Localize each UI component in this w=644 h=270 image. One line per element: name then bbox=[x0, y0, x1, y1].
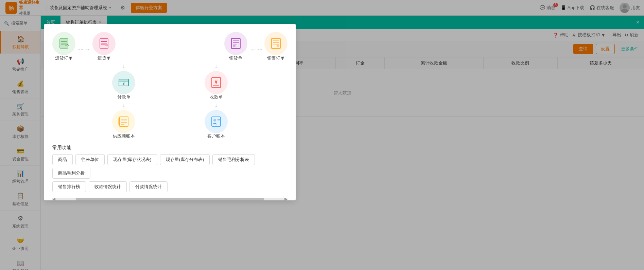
payment-label: 付款单 bbox=[117, 94, 130, 100]
purchase-order-label: 进货订单 bbox=[55, 55, 73, 61]
common-btn-sales-rank[interactable]: 销售排行榜 bbox=[52, 181, 86, 192]
flow-purchase-order: 进货订单 bbox=[52, 32, 75, 61]
common-btn-payment-stat[interactable]: 付款情况统计 bbox=[129, 181, 168, 192]
flow-left-group: 进货订单 - - → 进货单 bbox=[52, 32, 116, 61]
receipt-icon: ¥ bbox=[205, 71, 228, 94]
arrow-down-payment: ↓ bbox=[112, 102, 135, 109]
modal-dialog: 进货订单 - - → 进货单 销货单 bbox=[44, 24, 296, 200]
common-btn-product[interactable]: 商品 bbox=[52, 154, 73, 165]
svg-point-36 bbox=[213, 119, 216, 122]
vertical-arrows-row2: ↓ ↓ bbox=[52, 102, 288, 109]
flow-receipt: ¥ 收款单 bbox=[205, 71, 228, 100]
common-btn-stock-status[interactable]: 现存量(库存状况表) bbox=[107, 154, 157, 165]
scrollbar-thumb[interactable] bbox=[76, 198, 264, 200]
common-btn-product-profit[interactable]: 商品毛利分析 bbox=[52, 168, 90, 179]
common-functions-title: 常用功能 bbox=[52, 145, 288, 151]
purchase-bill-label: 进货单 bbox=[98, 55, 111, 61]
flow-row2: ¥ 付款单 ¥ 收款单 bbox=[52, 71, 288, 100]
customer-account-icon bbox=[205, 110, 228, 133]
svg-rect-22 bbox=[277, 44, 279, 47]
arrow-down-sales-icon: ↓ bbox=[215, 62, 218, 69]
arrow-purchase-to-bill: - - → bbox=[75, 40, 92, 53]
flow-customer-account: 客户账本 bbox=[205, 110, 228, 139]
flow-row3: 供应商账本 客户账本 bbox=[52, 110, 288, 139]
scroll-right-icon[interactable]: ▶ bbox=[284, 197, 288, 200]
common-btn-stock-dist[interactable]: 现存量(库存分布表) bbox=[160, 154, 210, 165]
svg-rect-18 bbox=[272, 38, 280, 49]
modal-overlay[interactable]: 进货订单 - - → 进货单 销货单 bbox=[0, 0, 644, 270]
supplier-account-label: 供应商账本 bbox=[113, 133, 135, 139]
flow-purchase-bill: 进货单 bbox=[92, 32, 116, 61]
sales-bill-icon bbox=[224, 32, 247, 55]
arrow-down-receipt-icon: ↓ bbox=[215, 102, 218, 108]
arrow-down-payment-icon: ↓ bbox=[122, 102, 125, 108]
spacer2 bbox=[135, 62, 205, 70]
svg-rect-29 bbox=[119, 117, 128, 126]
flow-sales-order: 销售订单 bbox=[264, 32, 288, 61]
svg-rect-17 bbox=[233, 45, 236, 47]
purchase-order-icon bbox=[52, 32, 75, 55]
arrow-down-purchase: ↓ bbox=[112, 62, 135, 70]
flow-supplier-account: 供应商账本 bbox=[112, 110, 135, 139]
sales-order-label: 销售订单 bbox=[267, 55, 285, 61]
purchase-bill-icon bbox=[92, 32, 116, 55]
payment-icon: ¥ bbox=[112, 71, 135, 94]
svg-rect-34 bbox=[118, 118, 120, 125]
common-buttons-row2: 销售排行榜 收款情况统计 付款情况统计 bbox=[52, 181, 288, 192]
customer-account-label: 客户账本 bbox=[207, 133, 225, 139]
supplier-account-icon bbox=[112, 110, 135, 133]
flow-sales-bill: 销货单 bbox=[224, 32, 247, 61]
sales-bill-label: 销货单 bbox=[229, 55, 242, 61]
common-functions: 常用功能 商品 往来单位 现存量(库存状况表) 现存量(库存分布表) 销售毛利分… bbox=[52, 145, 288, 192]
arrow-down-sales: ↓ bbox=[205, 62, 228, 70]
svg-rect-5 bbox=[60, 39, 68, 48]
vertical-arrows-row1: ↓ ↓ bbox=[52, 62, 288, 70]
common-btn-receipt-stat[interactable]: 收款情况统计 bbox=[89, 181, 127, 192]
flow-payment: ¥ 付款单 bbox=[112, 71, 135, 100]
arrow-sales-order-to-bill: ← - - bbox=[247, 40, 264, 53]
flow-diagram: 进货订单 - - → 进货单 销货单 bbox=[52, 32, 288, 61]
svg-rect-9 bbox=[100, 39, 108, 48]
arrow-down-receipt: ↓ bbox=[205, 102, 228, 109]
sales-order-icon bbox=[264, 32, 288, 55]
receipt-label: 收款单 bbox=[210, 94, 223, 100]
arrow-down-purchase-icon: ↓ bbox=[122, 62, 125, 69]
common-btn-sales-profit[interactable]: 销售毛利分析表 bbox=[212, 154, 255, 165]
svg-text:¥: ¥ bbox=[215, 79, 217, 85]
common-buttons-row1: 商品 往来单位 现存量(库存状况表) 现存量(库存分布表) 销售毛利分析表 商品… bbox=[52, 154, 288, 179]
scrollbar-area[interactable]: ◀ ▶ bbox=[52, 198, 288, 200]
spacer4 bbox=[135, 102, 205, 109]
svg-rect-13 bbox=[231, 38, 240, 49]
svg-text:¥: ¥ bbox=[123, 82, 125, 86]
common-btn-partner[interactable]: 往来单位 bbox=[75, 154, 105, 165]
svg-rect-35 bbox=[212, 117, 221, 126]
scroll-left-icon[interactable]: ◀ bbox=[52, 197, 55, 200]
flow-right-group: 销货单 ← - - 销售订单 bbox=[224, 32, 288, 61]
